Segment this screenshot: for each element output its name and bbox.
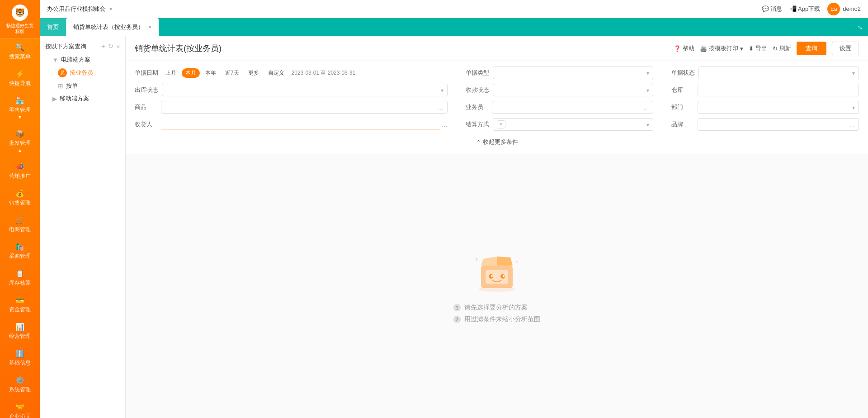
date-tab-this-month[interactable]: 本月 <box>182 68 200 78</box>
sidebar-item-enterprise[interactable]: 🤝 企业协同 <box>0 398 40 418</box>
tree-item-by-salesman[interactable]: 员 按业务员 <box>40 66 125 80</box>
sidebar-item-finance-label: 资金管理 <box>9 306 31 314</box>
order-status-label: 单据状态 <box>671 69 695 77</box>
department-dropdown[interactable] <box>698 101 859 114</box>
sidebar-item-marketing[interactable]: 📣 营销推广 <box>0 158 40 185</box>
filter-cell-brand: 品牌 … <box>671 118 859 131</box>
filter-row-3: 商品 … 业务员 … 部门 <box>135 101 859 114</box>
message-btn[interactable]: 💬 消息 <box>762 5 783 13</box>
order-type-chevron <box>646 70 649 76</box>
by-order-icon: ⊞ <box>58 82 63 90</box>
filter-cell-department: 部门 <box>671 101 859 114</box>
help-btn[interactable]: ❓ 帮助 <box>674 44 694 52</box>
topbar-right: 💬 消息 📲 App下载 Ea demo2 <box>762 3 861 15</box>
refresh-icon: ↻ <box>773 45 778 52</box>
svg-text:✦: ✦ <box>474 256 479 262</box>
refresh-scheme-btn[interactable]: ↻ <box>108 43 113 51</box>
sidebar-item-wholesale[interactable]: 📦 批发管理 ▴ <box>0 125 40 158</box>
settlement-tag-x[interactable]: × <box>497 120 505 128</box>
enterprise-nav-icon: 🤝 <box>15 403 24 411</box>
recipient-label: 收货人 <box>135 120 157 128</box>
out-status-dropdown[interactable] <box>162 84 448 96</box>
export-label: 导出 <box>755 44 767 52</box>
refresh-btn[interactable]: ↻ 刷新 <box>773 44 791 52</box>
tab-sales-stat[interactable]: 销货单统计表（按业务员） × <box>66 18 159 36</box>
date-tab-more[interactable]: 更多 <box>245 68 263 78</box>
company-selector-icon[interactable]: ▾ <box>109 5 113 12</box>
tree-section-pc[interactable]: ▼ 电脑端方案 <box>40 53 125 66</box>
tree-section-mobile[interactable]: ▶ 移动端方案 <box>40 92 125 105</box>
logo-icon: 🐯 <box>12 5 28 21</box>
settings-btn[interactable]: 设置 <box>832 42 859 55</box>
filter-cell-goods: 商品 … <box>135 101 448 114</box>
purchase-nav-icon: 🛍️ <box>15 242 24 251</box>
app-download-btn[interactable]: 📲 App下载 <box>789 5 820 13</box>
sidebar-item-basics[interactable]: ℹ️ 基础信息 <box>0 345 40 371</box>
user-area[interactable]: Ea demo2 <box>827 3 861 15</box>
filter-cell-order-status: 单据状态 <box>671 66 859 79</box>
sidebar-item-marketing-label: 营销推广 <box>9 172 31 180</box>
ecommerce-nav-icon: 🛒 <box>15 216 24 224</box>
basics-nav-icon: ℹ️ <box>15 349 24 358</box>
help-icon: ❓ <box>674 45 681 52</box>
order-type-dropdown[interactable] <box>493 66 653 79</box>
recipient-ellipsis-btn[interactable]: … <box>442 121 448 128</box>
main-area: 办公用品行业模拟账套 ▾ 💬 消息 📲 App下载 Ea demo2 首页 销货… <box>40 0 868 418</box>
goods-input[interactable]: … <box>161 101 448 114</box>
panel-header-label: 按以下方案查询 <box>45 43 86 51</box>
svg-text:✦: ✦ <box>515 259 519 264</box>
sidebar-item-finance[interactable]: 💳 资金管理 <box>0 291 40 318</box>
collapse-btn[interactable]: ⌃ 收起更多条件 <box>467 135 527 149</box>
retail-nav-icon: 🏪 <box>15 96 24 105</box>
sidebar-item-purchase[interactable]: 🛍️ 采购管理 <box>0 238 40 265</box>
refresh-label: 刷新 <box>779 44 791 52</box>
collapse-panel-btn[interactable]: « <box>116 43 120 51</box>
empty-text: 1 请先选择要分析的方案 2 用过滤条件来缩小分析范围 <box>453 302 540 324</box>
tab-home-label: 首页 <box>47 23 59 31</box>
salesman-label: 业务员 <box>466 103 488 111</box>
sidebar-item-search[interactable]: 🔍 搜索菜单 <box>0 38 40 65</box>
date-tab-7days[interactable]: 近7天 <box>222 68 243 78</box>
pc-section-label: 电脑端方案 <box>61 56 90 64</box>
date-tab-last-month[interactable]: 上月 <box>162 68 180 78</box>
app-download-label: App下载 <box>798 5 820 12</box>
empty-illustration: ✦ ✦ <box>470 247 524 293</box>
logo-text: 畅捷通好生意标版 <box>6 23 33 34</box>
warehouse-input[interactable]: … <box>698 84 859 96</box>
tab-home[interactable]: 首页 <box>40 18 66 36</box>
date-tab-custom[interactable]: 自定义 <box>264 68 288 78</box>
sidebar-item-retail[interactable]: 🏪 零售管理 ▾ <box>0 92 40 125</box>
wholesale-expand-icon: ▴ <box>19 147 21 153</box>
settlement-dropdown[interactable]: × <box>493 118 653 131</box>
export-btn[interactable]: ⬇ 导出 <box>749 44 767 52</box>
filter-row-2: 出库状态 收款状态 <box>135 84 859 96</box>
empty-hint-1: 1 请先选择要分析的方案 <box>453 302 540 313</box>
logo-area: 🐯 畅捷通好生意标版 <box>0 0 40 38</box>
tab-expand-btn[interactable]: ⤡ <box>852 18 868 36</box>
warehouse-label: 仓库 <box>671 86 694 94</box>
active-dot: 员 <box>58 68 67 77</box>
sidebar-item-operations[interactable]: 📊 经营管理 <box>0 318 40 345</box>
right-panel: 销货单统计表(按业务员) ❓ 帮助 🖨️ 按模板打印 ▾ ⬇ <box>126 36 868 418</box>
sidebar-item-sales[interactable]: 💰 销售管理 <box>0 185 40 211</box>
order-status-dropdown[interactable] <box>698 66 859 79</box>
username: demo2 <box>843 5 861 12</box>
sidebar-item-inventory[interactable]: 📋 库存核算 <box>0 265 40 291</box>
sidebar-item-ecommerce[interactable]: 🛒 电商管理 <box>0 211 40 238</box>
tab-close-btn[interactable]: × <box>148 24 151 30</box>
salesman-input[interactable]: … <box>492 101 653 114</box>
sidebar-item-system[interactable]: ⚙️ 系统管理 <box>0 371 40 398</box>
add-scheme-btn[interactable]: + <box>101 43 105 51</box>
brand-input[interactable]: … <box>698 118 859 131</box>
print-btn[interactable]: 🖨️ 按模板打印 ▾ <box>700 44 743 52</box>
panel-header: 按以下方案查询 + ↻ « <box>40 40 125 53</box>
recipient-input[interactable] <box>161 119 440 129</box>
filter-cell-warehouse: 仓库 … <box>671 84 859 96</box>
sidebar-item-shortcut[interactable]: ⚡ 快捷导航 <box>0 65 40 92</box>
query-btn[interactable]: 查询 <box>797 42 826 55</box>
topbar-left: 办公用品行业模拟账套 ▾ <box>47 5 113 13</box>
search-nav-icon: 🔍 <box>15 43 24 52</box>
payment-status-dropdown[interactable] <box>493 84 653 96</box>
date-tab-this-year[interactable]: 本年 <box>202 68 220 78</box>
tree-item-by-order[interactable]: ⊞ 按单 <box>40 80 125 92</box>
